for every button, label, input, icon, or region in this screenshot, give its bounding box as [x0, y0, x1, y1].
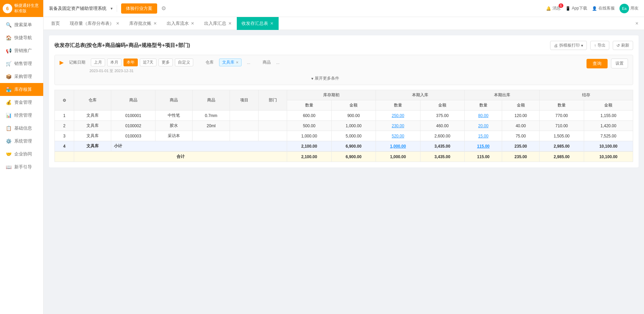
- tab-home[interactable]: 首页: [46, 17, 65, 30]
- sales-icon: 🛒: [5, 61, 12, 67]
- print-icon: 🖨: [554, 43, 558, 48]
- row1-in-qty[interactable]: 250.00: [376, 111, 420, 121]
- date-btn-this-month[interactable]: 本月: [107, 59, 121, 66]
- export-btn[interactable]: ↑ 导出: [590, 41, 609, 50]
- subtotal-in-qty-link[interactable]: 1,000.00: [390, 144, 406, 149]
- bell-icon: 🔔: [546, 6, 551, 11]
- online-service-item[interactable]: 👤 在线客服: [592, 5, 615, 11]
- table-wrapper: ⚙ 仓库 商品 商品 商品 项目 部门 库存期初 本期入库 本期出库 结存 数量: [54, 90, 633, 162]
- filter-arrow[interactable]: ▶: [60, 59, 64, 66]
- sidebar-item-marketing[interactable]: 📢 营销推广: [0, 44, 43, 57]
- row1-out-amt: 120.00: [502, 111, 540, 121]
- row1-out-qty[interactable]: 80.00: [465, 111, 502, 121]
- user-label: 用友: [630, 5, 639, 11]
- row3-out-amt: 75.00: [502, 131, 540, 141]
- experience-btn[interactable]: 体验行业方案: [121, 3, 157, 14]
- app-download-item[interactable]: 📱 App下载: [565, 5, 587, 11]
- row2-out-qty[interactable]: 20.00: [465, 121, 502, 131]
- tab-batch-close[interactable]: ✕: [153, 21, 157, 26]
- row2-in-qty-link[interactable]: 230.00: [392, 123, 404, 128]
- tab-inout-flow-close[interactable]: ✕: [191, 21, 194, 26]
- row3-in-amt: 2,600.00: [420, 131, 465, 141]
- sidebar-item-enterprise[interactable]: 🤝 企业协同: [0, 148, 43, 161]
- tab-close-all[interactable]: ✕: [632, 20, 641, 27]
- sidebar-label-inventory: 库存核算: [14, 86, 32, 93]
- subtotal-in-qty[interactable]: 1,000.00: [376, 141, 420, 152]
- sidebar-item-guide[interactable]: 📖 新手引导: [0, 161, 43, 173]
- topbar: 装备及固定资产辅助管理系统 ▾ 体验行业方案 ⚙ 🔔 6 消息 📱 App下载 …: [44, 0, 644, 17]
- user-item[interactable]: Ea 用友: [620, 4, 639, 13]
- notification-item[interactable]: 🔔 6 消息: [546, 5, 561, 11]
- app-name: 畅捷通好生意: [14, 3, 39, 9]
- basic-icon: 📋: [5, 125, 12, 131]
- sidebar-item-system[interactable]: ⚙️ 系统管理: [0, 135, 43, 148]
- date-btn-last-month[interactable]: 上月: [91, 59, 105, 66]
- th-gear[interactable]: ⚙: [55, 90, 74, 111]
- sidebar-item-basic[interactable]: 📋 基础信息: [0, 122, 43, 135]
- sidebar-label-finance: 资金管理: [14, 99, 32, 105]
- logo-icon: 6: [3, 4, 12, 13]
- date-btn-custom[interactable]: 自定义: [175, 59, 193, 66]
- sidebar-item-sales[interactable]: 🛒 销售管理: [0, 57, 43, 70]
- tab-inventory-dist-close[interactable]: ✕: [116, 21, 119, 26]
- table-row: 3 文具库 0100003 采访本 1,000.00 5,000.00 520.…: [55, 131, 633, 141]
- expand-bar[interactable]: ▾ 展开更多条件: [69, 76, 581, 81]
- sidebar-item-search[interactable]: 🔍 搜索菜单: [0, 18, 43, 31]
- sidebar-item-purchase[interactable]: 📦 采购管理: [0, 70, 43, 83]
- sidebar-item-operations[interactable]: 📊 经营管理: [0, 109, 43, 122]
- topbar-right: 🔔 6 消息 📱 App下载 👤 在线客服 Ea 用友: [546, 4, 639, 13]
- row2-out-amt: 40.00: [502, 121, 540, 131]
- query-btn[interactable]: 查询: [587, 59, 608, 68]
- tab-recv-send-close[interactable]: ✕: [270, 21, 274, 26]
- warehouse-filter-label: 仓库: [205, 60, 214, 65]
- table-row: 2 文具库 0100002 胶水 20ml 500.00 1,000.00 23…: [55, 121, 633, 131]
- row3-code: 0100003: [111, 131, 155, 141]
- row1-in-qty-link[interactable]: 250.00: [392, 113, 404, 118]
- export-icon: ↑: [594, 43, 596, 48]
- row1-name: 中性笔: [155, 111, 193, 121]
- tab-batch[interactable]: 库存批次账 ✕: [125, 17, 162, 30]
- footer-label: 合计: [74, 151, 287, 162]
- row3-out-qty[interactable]: 15.00: [465, 131, 502, 141]
- avatar: Ea: [620, 4, 629, 13]
- sidebar-label-operations: 经营管理: [14, 112, 32, 118]
- th-period-out: 本期出库: [465, 90, 540, 100]
- tab-inout-summary[interactable]: 出入库汇总 ✕: [199, 17, 237, 30]
- finance-icon: 💰: [5, 99, 12, 105]
- date-btn-this-year[interactable]: 本年: [123, 59, 138, 66]
- row2-name: 胶水: [155, 121, 193, 131]
- filter-settings-btn[interactable]: 设置: [611, 59, 628, 68]
- tab-inout-flow[interactable]: 出入库流水 ✕: [162, 17, 199, 30]
- sidebar-item-finance[interactable]: 💰 资金管理: [0, 96, 43, 109]
- row3-bal-amt: 7,525.00: [584, 131, 633, 141]
- print-btn[interactable]: 🖨 拆模板打印 ▾: [550, 41, 587, 50]
- row3-out-qty-link[interactable]: 15.00: [478, 134, 489, 138]
- warehouse-dots[interactable]: ...: [247, 60, 250, 65]
- goods-dots[interactable]: ...: [276, 60, 280, 65]
- row2-out-qty-link[interactable]: 20.00: [478, 123, 489, 128]
- subtotal-qi-amt: 6,900.00: [331, 141, 376, 152]
- subtotal-out-qty[interactable]: 115.00: [465, 141, 502, 152]
- subtotal-in-amt: 3,435.00: [420, 141, 465, 152]
- footer-qi-amt: 6,900.00: [331, 151, 376, 162]
- settings-icon[interactable]: ⚙: [161, 5, 166, 12]
- date-btn-7days[interactable]: 近7天: [140, 59, 156, 66]
- refresh-btn[interactable]: ↺ 刷新: [613, 41, 633, 50]
- tab-inventory-dist[interactable]: 现存量（库存分布表） ✕: [65, 17, 125, 30]
- sidebar-item-inventory[interactable]: 🏪 库存核算: [0, 83, 43, 96]
- subtotal-out-qty-link[interactable]: 115.00: [477, 144, 490, 149]
- row3-in-qty[interactable]: 520.00: [376, 131, 420, 141]
- system-dropdown[interactable]: ▾: [111, 6, 113, 11]
- row2-qi-qty: 500.00: [287, 121, 332, 131]
- tab-recv-send-summary[interactable]: 收发存汇总表 ✕: [237, 17, 279, 30]
- refresh-icon: ↺: [616, 43, 620, 48]
- row2-in-qty[interactable]: 230.00: [376, 121, 420, 131]
- row1-out-qty-link[interactable]: 80.00: [478, 113, 489, 118]
- date-btn-more[interactable]: 更多: [159, 59, 173, 66]
- th-warehouse: 仓库: [74, 90, 111, 111]
- row3-in-qty-link[interactable]: 520.00: [392, 134, 404, 138]
- tab-inout-summary-close[interactable]: ✕: [228, 21, 232, 26]
- warehouse-tag-close[interactable]: ✕: [236, 61, 238, 64]
- sidebar-item-quick[interactable]: 🏠 快捷导航: [0, 31, 43, 44]
- row1-no: 1: [55, 111, 74, 121]
